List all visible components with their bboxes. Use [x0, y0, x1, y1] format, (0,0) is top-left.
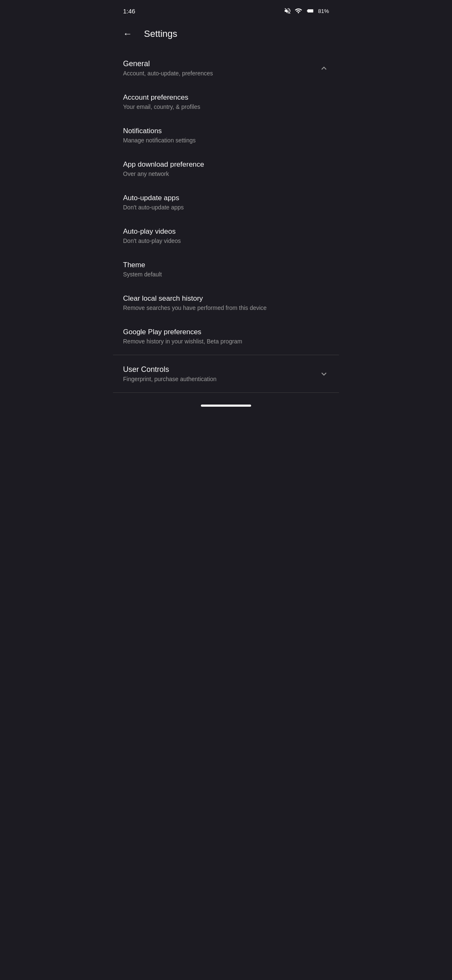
app-download-preference-title: App download preference	[123, 160, 329, 169]
general-chevron-icon	[319, 63, 329, 73]
user-controls-section-title: User Controls	[123, 365, 216, 374]
general-section-header[interactable]: General Account, auto-update, preference…	[113, 51, 339, 85]
app-download-preference-item[interactable]: App download preference Over any network	[113, 152, 339, 186]
user-controls-section-subtitle: Fingerprint, purchase authentication	[123, 376, 216, 382]
notifications-title: Notifications	[123, 127, 329, 135]
account-preferences-subtitle: Your email, country, & profiles	[123, 103, 329, 110]
theme-item[interactable]: Theme System default	[113, 253, 339, 286]
theme-subtitle: System default	[123, 271, 329, 278]
auto-update-apps-subtitle: Don't auto-update apps	[123, 204, 329, 211]
general-section-title: General	[123, 59, 213, 68]
auto-play-videos-title: Auto-play videos	[123, 227, 329, 236]
theme-title: Theme	[123, 261, 329, 269]
battery-percent: 81%	[318, 8, 329, 14]
bottom-nav-bar	[113, 398, 339, 417]
auto-update-apps-item[interactable]: Auto-update apps Don't auto-update apps	[113, 186, 339, 219]
general-section-text: General Account, auto-update, preference…	[123, 59, 213, 77]
wifi-icon	[295, 7, 302, 15]
clear-search-history-title: Clear local search history	[123, 294, 329, 303]
user-controls-chevron-icon	[319, 369, 329, 379]
page-title: Settings	[144, 28, 177, 39]
clear-search-history-item[interactable]: Clear local search history Remove search…	[113, 286, 339, 320]
status-time: 1:46	[123, 8, 135, 15]
google-play-preferences-subtitle: Remove history in your wishlist, Beta pr…	[123, 338, 329, 345]
auto-play-videos-subtitle: Don't auto-play videos	[123, 237, 329, 244]
battery-icon	[306, 7, 315, 15]
mute-icon	[284, 7, 291, 15]
account-preferences-title: Account preferences	[123, 93, 329, 102]
auto-play-videos-item[interactable]: Auto-play videos Don't auto-play videos	[113, 219, 339, 253]
user-controls-section-text: User Controls Fingerprint, purchase auth…	[123, 365, 216, 382]
settings-list: General Account, auto-update, preference…	[113, 48, 339, 398]
notifications-item[interactable]: Notifications Manage notification settin…	[113, 119, 339, 152]
general-section-subtitle: Account, auto-update, preferences	[123, 70, 213, 77]
account-preferences-item[interactable]: Account preferences Your email, country,…	[113, 85, 339, 119]
svg-rect-1	[307, 10, 311, 12]
auto-update-apps-title: Auto-update apps	[123, 194, 329, 202]
google-play-preferences-title: Google Play preferences	[123, 328, 329, 336]
google-play-preferences-item[interactable]: Google Play preferences Remove history i…	[113, 320, 339, 353]
notifications-subtitle: Manage notification settings	[123, 137, 329, 144]
bottom-divider	[113, 392, 339, 393]
clear-search-history-subtitle: Remove searches you have performed from …	[123, 304, 329, 311]
status-icons: 81%	[284, 7, 329, 15]
toolbar: ← Settings	[113, 20, 339, 48]
user-controls-section-header[interactable]: User Controls Fingerprint, purchase auth…	[113, 357, 339, 391]
app-download-preference-subtitle: Over any network	[123, 170, 329, 177]
home-indicator	[201, 405, 251, 407]
back-button[interactable]: ←	[120, 25, 136, 43]
section-divider	[113, 355, 339, 355]
status-bar: 1:46 81%	[113, 0, 339, 20]
